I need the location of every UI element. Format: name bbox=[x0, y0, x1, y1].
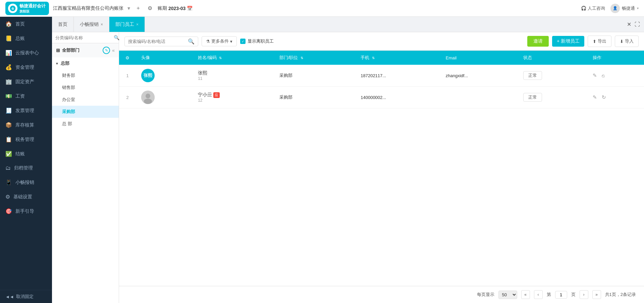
next-page-button[interactable]: › bbox=[580, 290, 588, 299]
tab-expense-close-icon[interactable]: × bbox=[101, 22, 103, 27]
headset-icon: 🎧 bbox=[581, 6, 586, 11]
import-button[interactable]: ⬇ 导入 bbox=[615, 36, 639, 47]
col-phone[interactable]: 手机 ⇅ bbox=[355, 51, 440, 65]
edit-button-2[interactable]: ✎ bbox=[593, 94, 597, 100]
avatar-2 bbox=[141, 91, 155, 104]
status-cell-1: 正常 bbox=[518, 65, 587, 87]
sidebar: 🏠 首页 📒 总账 📊 云报表中心 💰 资金管理 🏢 固定资产 💵 工资 🧾 发… bbox=[0, 17, 52, 303]
sidebar-item-reports[interactable]: 📊 云报表中心 bbox=[0, 46, 52, 60]
filter-icon: ⚗ bbox=[206, 39, 210, 44]
sidebar-bottom: ◄◄ 取消固定 bbox=[0, 290, 52, 303]
ledger-icon: 📒 bbox=[5, 35, 12, 42]
pin-icon: ◄◄ bbox=[5, 294, 14, 299]
dept-node-finance[interactable]: 财务部 bbox=[52, 69, 119, 82]
phone-cell-2: 140000002... bbox=[355, 87, 440, 108]
support-button[interactable]: 🎧 人工咨询 bbox=[581, 5, 605, 11]
sidebar-item-archive[interactable]: 🗂 归档管理 bbox=[0, 161, 52, 175]
company-name[interactable]: 江西服宝精品有限责任公司内账张 bbox=[53, 5, 123, 11]
dept-node-root[interactable]: ▼ 总部 bbox=[52, 57, 119, 69]
prev-page-button[interactable]: ‹ bbox=[534, 290, 543, 299]
tab-home[interactable]: 首页 bbox=[52, 17, 74, 32]
svg-point-4 bbox=[144, 99, 152, 104]
edit-button-1[interactable]: ✎ bbox=[593, 72, 597, 79]
dept-node-headquarters[interactable]: 总 部 bbox=[52, 118, 119, 130]
tabs-right: ✕ ⛶ bbox=[623, 21, 644, 28]
col-name[interactable]: 姓名/编码 ⇅ bbox=[193, 51, 274, 65]
sidebar-item-guide[interactable]: 🎯 新手引导 bbox=[0, 204, 52, 218]
sidebar-item-fixed-assets[interactable]: 🏢 固定资产 bbox=[0, 74, 52, 89]
page-number-input[interactable] bbox=[555, 291, 567, 299]
status-badge-2: 正常 bbox=[523, 93, 542, 102]
invoice-icon: 🧾 bbox=[5, 107, 12, 114]
add-tab-button[interactable]: ＋ bbox=[134, 3, 142, 13]
tab-expand-button[interactable]: ⛶ bbox=[635, 21, 640, 28]
col-dept[interactable]: 部门/职位 ⇅ bbox=[274, 51, 356, 65]
sidebar-item-general-ledger[interactable]: 📒 总账 bbox=[0, 31, 52, 46]
tab-close-button[interactable]: ✕ bbox=[627, 21, 631, 28]
archive-icon: 🗂 bbox=[5, 165, 11, 171]
salary-icon: 💵 bbox=[5, 93, 12, 99]
reports-icon: 📊 bbox=[5, 50, 12, 56]
sidebar-item-inventory[interactable]: 📦 库存核算 bbox=[0, 118, 52, 132]
last-page-button[interactable]: » bbox=[592, 290, 601, 299]
show-resigned-toggle[interactable]: ✓ 显示离职员工 bbox=[240, 38, 274, 44]
settings-button[interactable]: ⚙ bbox=[146, 4, 154, 13]
close-account-icon: ✅ bbox=[5, 151, 12, 157]
filter-dropdown-icon: ▾ bbox=[230, 39, 232, 44]
sidebar-item-expense[interactable]: 📱 小畅报销 bbox=[0, 175, 52, 190]
tab-department-employees[interactable]: 部门员工 × bbox=[109, 17, 145, 32]
dropdown-arrow-icon[interactable]: ▾ bbox=[127, 5, 130, 11]
dept-search-icon[interactable]: 🔍 bbox=[114, 35, 119, 40]
avatar-1: 张熙 bbox=[141, 69, 155, 82]
col-settings[interactable]: ⚙ bbox=[119, 51, 136, 65]
sidebar-item-home[interactable]: 🏠 首页 bbox=[0, 17, 52, 31]
dept-node-sales[interactable]: 销售部 bbox=[52, 82, 119, 94]
col-settings-icon[interactable]: ⚙ bbox=[125, 55, 129, 60]
user-dropdown-arrow-icon: ▾ bbox=[637, 6, 639, 10]
dept-cell-1: 采购部 bbox=[274, 65, 356, 87]
export-button[interactable]: ⬆ 导出 bbox=[588, 36, 611, 47]
assets-icon: 🏢 bbox=[5, 79, 12, 85]
resigned-checkbox[interactable]: ✓ bbox=[240, 39, 246, 44]
logout-button-1[interactable]: ⎋ bbox=[602, 73, 605, 79]
first-page-button[interactable]: « bbox=[521, 290, 530, 299]
employee-table: ⚙ 头像 姓名/编码 ⇅ 部门/职位 ⇅ bbox=[119, 51, 644, 108]
sidebar-item-invoice[interactable]: 🧾 发票管理 bbox=[0, 103, 52, 118]
sidebar-item-capital[interactable]: 💰 资金管理 bbox=[0, 60, 52, 74]
refresh-button-2[interactable]: ↻ bbox=[602, 94, 606, 100]
dept-search-input[interactable] bbox=[55, 35, 112, 40]
dept-cell-2: 采购部 bbox=[274, 87, 356, 108]
per-page-select[interactable]: 50 100 200 bbox=[498, 291, 517, 299]
employee-search-input[interactable] bbox=[128, 39, 186, 44]
more-filter-button[interactable]: ⚗ 更多条件 ▾ bbox=[202, 36, 237, 46]
sidebar-item-close-account[interactable]: ✅ 结账 bbox=[0, 147, 52, 161]
dept-node-office[interactable]: 办公室 bbox=[52, 94, 119, 106]
dept-collapse-icon[interactable]: « bbox=[112, 48, 115, 53]
tab-dept-close-icon[interactable]: × bbox=[136, 22, 139, 27]
invite-button[interactable]: 邀请 bbox=[527, 36, 549, 47]
sidebar-item-basic-settings[interactable]: ⚙ 基础设置 bbox=[0, 190, 52, 204]
calendar-icon[interactable]: 📅 bbox=[187, 6, 193, 11]
dept-node-purchase[interactable]: 采购部 bbox=[52, 106, 119, 118]
cancel-fixed-button[interactable]: ◄◄ 取消固定 bbox=[0, 290, 52, 303]
user-area[interactable]: 👤 畅捷通 ▾ bbox=[610, 4, 639, 13]
employee-search-icon[interactable]: 🔍 bbox=[188, 38, 195, 45]
tab-expense[interactable]: 小畅报销 × bbox=[74, 17, 109, 32]
export-icon: ⬆ bbox=[593, 39, 596, 44]
sidebar-item-salary[interactable]: 💵 工资 bbox=[0, 89, 52, 103]
toolbar-right: 邀请 + 新增员工 ⬆ 导出 ⬇ 导入 bbox=[527, 36, 639, 47]
action-icons-1: ✎ ⎋ bbox=[593, 72, 639, 79]
svg-text:会: 会 bbox=[11, 7, 14, 10]
add-employee-button[interactable]: + 新增员工 bbox=[552, 36, 584, 47]
dept-edit-button[interactable]: ✎ bbox=[103, 47, 110, 54]
action-cell-2: ✎ ↻ bbox=[587, 87, 644, 108]
capital-icon: 💰 bbox=[5, 64, 12, 70]
left-panel: 🔍 ⊞ 全部部门 ✎ « ▼ 总部 bbox=[52, 32, 119, 303]
home-icon: 🏠 bbox=[5, 21, 12, 27]
top-bar: 会 畅捷通好会计 旗舰版 江西服宝精品有限责任公司内账张 ▾ ＋ ⚙ 账期 20… bbox=[0, 0, 644, 17]
sidebar-item-tax[interactable]: 📋 税务管理 bbox=[0, 132, 52, 147]
ying-badge: 应 bbox=[213, 92, 220, 98]
expense-icon: 📱 bbox=[5, 179, 12, 186]
dept-root-label[interactable]: ⊞ 全部部门 bbox=[56, 47, 79, 53]
name-cell-2: 宁小亖 应 12 bbox=[193, 87, 274, 108]
